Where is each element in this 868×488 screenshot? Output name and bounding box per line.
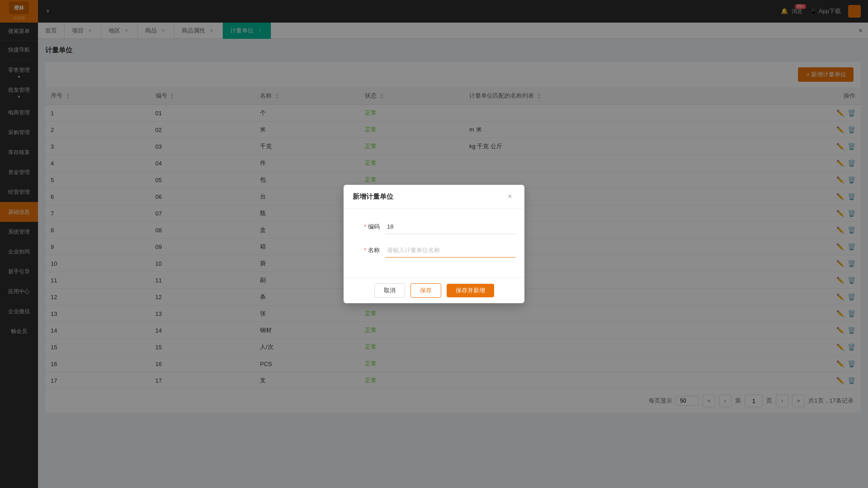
modal-footer: 取消 保存 保存并新增 (344, 277, 524, 303)
code-label: * 编码 (353, 223, 380, 231)
save-and-new-button[interactable]: 保存并新增 (447, 284, 494, 297)
form-row-code: * 编码 (353, 220, 515, 234)
cancel-button[interactable]: 取消 (374, 283, 405, 298)
name-input[interactable] (385, 243, 515, 258)
code-input[interactable] (385, 220, 515, 234)
name-label: * 名称 (353, 246, 380, 254)
modal-overlay[interactable]: 新增计量单位 × * 编码 * 名称 取消 保存 保存并新增 (0, 0, 868, 488)
modal-title: 新增计量单位 (353, 192, 393, 201)
save-button[interactable]: 保存 (410, 283, 441, 298)
modal-close-btn[interactable]: × (505, 191, 515, 202)
add-unit-modal: 新增计量单位 × * 编码 * 名称 取消 保存 保存并新增 (344, 185, 524, 303)
modal-header: 新增计量单位 × (344, 185, 524, 209)
form-row-name: * 名称 (353, 243, 515, 258)
modal-body: * 编码 * 名称 (344, 209, 524, 277)
